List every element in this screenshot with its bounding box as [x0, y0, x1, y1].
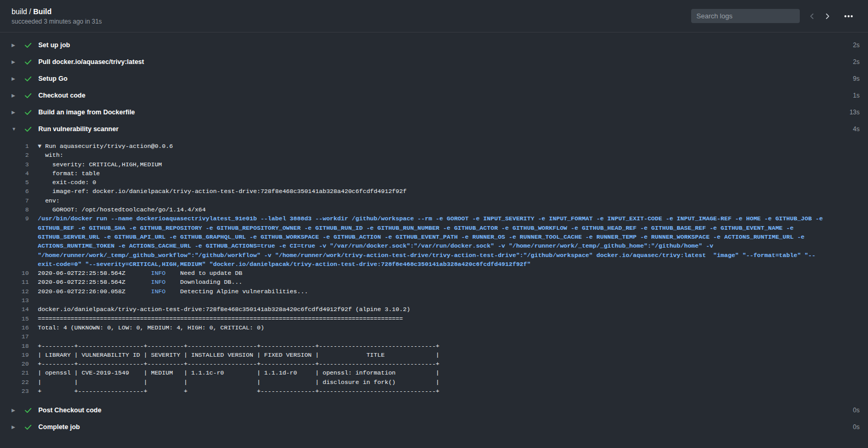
log-line-number: [0, 260, 38, 269]
log-line-number[interactable]: 6: [0, 187, 38, 196]
log-line-number[interactable]: 19: [0, 350, 38, 359]
step-row-run-vulnerability-scanner[interactable]: ▼Run vulnerability scanner4s: [0, 121, 868, 137]
log-text: | openssl | CVE-2019-1549 | MEDIUM | 1.1…: [38, 369, 439, 376]
step-row-pull-docker-io-aquasec-trivy-latest[interactable]: ▶Pull docker.io/aquasec/trivy:latest2s: [0, 54, 868, 70]
log-line-number[interactable]: 8: [0, 205, 38, 214]
log-line-number[interactable]: 17: [0, 332, 38, 341]
log-line: 5 exit-code: 0: [0, 178, 868, 187]
log-text: Downloading DB...: [166, 279, 242, 285]
triangle-down-icon[interactable]: ▼: [12, 127, 17, 132]
triangle-right-icon[interactable]: ▶: [12, 60, 17, 65]
log-line-content: Total: 4 (UNKNOWN: 0, LOW: 0, MEDIUM: 4,…: [38, 323, 264, 332]
job-title: Build: [33, 7, 51, 16]
triangle-right-icon[interactable]: ▶: [12, 425, 17, 430]
log-line-content: + +------------------+ + +--------------…: [38, 387, 439, 396]
step-label: Build an image from Dockerfile: [38, 109, 135, 116]
log-line: 21| openssl | CVE-2019-1549 | MEDIUM | 1…: [0, 368, 868, 377]
log-line-number: [0, 223, 38, 232]
triangle-right-icon[interactable]: ▶: [12, 93, 17, 98]
log-line-number[interactable]: 18: [0, 342, 38, 350]
step-label: Set up job: [38, 41, 70, 49]
chevron-left-icon: [808, 13, 816, 20]
log-line: GITHUB_REF -e GITHUB_SHA -e GITHUB_REPOS…: [0, 223, 868, 232]
log-text: | | | | | | disclosure in fork() |: [38, 379, 439, 386]
log-text: env:: [38, 197, 60, 204]
log-line-number: [0, 241, 38, 250]
log-line-number[interactable]: 15: [0, 314, 38, 323]
step-row-build-an-image-from-dockerfile[interactable]: ▶Build an image from Dockerfile13s: [0, 104, 868, 121]
log-line-content: | openssl | CVE-2019-1549 | MEDIUM | 1.1…: [38, 368, 439, 377]
log-line-number[interactable]: 4: [0, 169, 38, 178]
log-line-number[interactable]: 7: [0, 196, 38, 205]
log-line-content: 2020-06-02T22:25:58.564Z INFO Need to up…: [38, 269, 242, 278]
log-line-number[interactable]: 2: [0, 151, 38, 159]
log-line: 112020-06-02T22:25:58.564Z INFO Download…: [0, 278, 868, 286]
log-line: "/home/runner/work/_temp/_github_workflo…: [0, 251, 868, 260]
log-line-content: GITHUB_SERVER_URL -e GITHUB_API_URL -e G…: [38, 232, 805, 241]
log-line-number[interactable]: 12: [0, 287, 38, 296]
step-row-post-checkout-code[interactable]: ▶Post Checkout code0s: [0, 402, 868, 419]
step-duration: 13s: [850, 109, 860, 116]
log-line-number[interactable]: 9: [0, 214, 38, 223]
step-row-checkout-code[interactable]: ▶Checkout code1s: [0, 87, 868, 104]
log-line: 22| | | | | | disclosure in fork() |: [0, 378, 868, 387]
log-line: ACTIONS_RUNTIME_TOKEN -e ACTIONS_CACHE_U…: [0, 241, 868, 250]
log-text: | LIBRARY | VULNERABILITY ID | SEVERITY …: [38, 351, 439, 358]
log-line-number[interactable]: 1: [0, 142, 38, 151]
check-icon: [24, 41, 32, 49]
log-command-text: GITHUB_SERVER_URL -e GITHUB_API_URL -e G…: [38, 233, 805, 240]
log-line: 8 GOROOT: /opt/hostedtoolcache/go/1.14.4…: [0, 205, 868, 214]
header-right: [691, 8, 860, 24]
log-line-number[interactable]: 16: [0, 323, 38, 332]
log-line-content: ACTIONS_RUNTIME_TOKEN -e ACTIONS_CACHE_U…: [38, 241, 713, 250]
log-line: 23+ +------------------+ + +------------…: [0, 387, 868, 396]
log-line-number[interactable]: 21: [0, 368, 38, 377]
log-line-number: [0, 251, 38, 260]
log-line-number: [0, 232, 38, 241]
log-group-toggle-icon[interactable]: ▼: [38, 143, 45, 150]
log-info-badge: INFO: [151, 279, 166, 285]
check-icon: [24, 92, 32, 100]
triangle-right-icon[interactable]: ▶: [12, 110, 17, 115]
log-line-content: +---------+------------------+----------…: [38, 359, 439, 368]
check-icon: [24, 407, 32, 414]
log-text: 2020-06-02T22:26:00.058Z: [38, 288, 151, 295]
triangle-right-icon[interactable]: ▶: [12, 43, 17, 48]
kebab-horizontal-icon: [844, 15, 853, 18]
step-duration: 1s: [853, 92, 860, 99]
step-row-complete-job[interactable]: ▶Complete job0s: [0, 419, 868, 435]
log-line-content: format: table: [38, 169, 100, 178]
log-line-number[interactable]: 3: [0, 160, 38, 169]
log-line-content: exit-code=0" "--severity=CRITICAL,HIGH,M…: [38, 260, 531, 269]
log-line: exit-code=0" "--severity=CRITICAL,HIGH,M…: [0, 260, 868, 269]
step-row-setup-go[interactable]: ▶Setup Go9s: [0, 70, 868, 87]
prev-match-button[interactable]: [804, 8, 820, 24]
log-settings-button[interactable]: [841, 8, 856, 24]
search-logs-input[interactable]: [691, 9, 800, 23]
log-line: 18+---------+------------------+--------…: [0, 342, 868, 350]
triangle-right-icon[interactable]: ▶: [12, 408, 17, 413]
step-duration: 9s: [853, 75, 860, 82]
log-line-number[interactable]: 10: [0, 269, 38, 278]
log-line-content: 2020-06-02T22:25:58.564Z INFO Downloadin…: [38, 278, 242, 286]
step-row-set-up-job[interactable]: ▶Set up job2s: [0, 37, 868, 54]
log-command-text: "/home/runner/work/_temp/_github_workflo…: [38, 252, 816, 259]
triangle-right-icon[interactable]: ▶: [12, 77, 17, 81]
log-line-number[interactable]: 13: [0, 296, 38, 305]
log-line-number[interactable]: 5: [0, 178, 38, 187]
log-text: +---------+------------------+----------…: [38, 343, 439, 349]
log-line: 14docker.io/danielpacak/trivy-action-tes…: [0, 305, 868, 314]
next-match-button[interactable]: [820, 8, 835, 24]
log-line-number[interactable]: 14: [0, 305, 38, 314]
check-icon: [24, 109, 32, 116]
log-text: image-ref: docker.io/danielpacak/trivy-a…: [38, 188, 407, 195]
log-line-number[interactable]: 11: [0, 278, 38, 286]
log-line-content: exit-code: 0: [38, 178, 96, 187]
check-icon: [24, 125, 32, 133]
log-line-number[interactable]: 22: [0, 378, 38, 387]
log-info-badge: INFO: [151, 288, 166, 295]
log-line-number[interactable]: 20: [0, 359, 38, 368]
log-line-number[interactable]: 23: [0, 387, 38, 396]
log-text: Need to update DB: [166, 270, 242, 276]
log-line-content: image-ref: docker.io/danielpacak/trivy-a…: [38, 187, 407, 196]
